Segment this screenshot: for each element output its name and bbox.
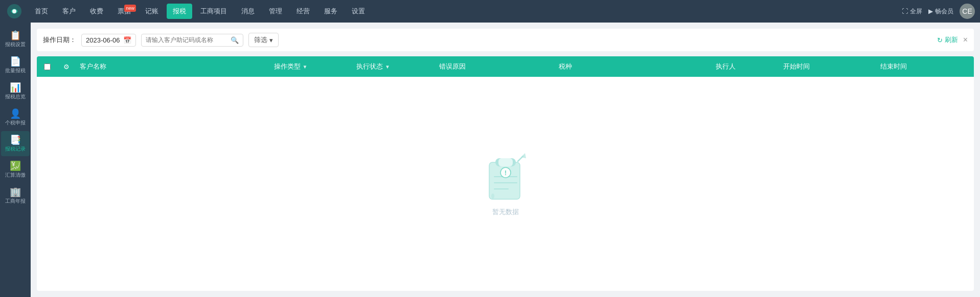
sidebar-label: 报税记录 — [5, 146, 26, 152]
col-endtime-label: 结束时间 — [880, 62, 907, 71]
nav-item-管理[interactable]: 管理 — [263, 4, 288, 19]
empty-state: ! 暂无数据 — [37, 77, 974, 291]
nav-item-首页[interactable]: 首页 — [29, 4, 54, 19]
chevron-down-icon: ▾ — [269, 36, 273, 44]
nav-item-收费[interactable]: 收费 — [84, 4, 109, 19]
sidebar-icon: 📋 — [10, 31, 21, 40]
col-error-reason: 错误原因 — [435, 62, 555, 71]
nav-item-设置[interactable]: 设置 — [346, 4, 371, 19]
sidebar-item-个税申报[interactable]: 👤个税申报 — [1, 105, 30, 130]
sidebar-label: 汇算清缴 — [5, 172, 26, 178]
col-optype-label: 操作类型 — [274, 62, 301, 71]
sidebar-label: 工商年报 — [5, 198, 26, 204]
main-layout: 📋报税设置📄批量报税📊报税总览👤个税申报📑报税记录💹汇算清缴🏢工商年报 操作日期… — [0, 23, 980, 297]
nav-item-服务[interactable]: 服务 — [318, 4, 344, 19]
refresh-icon: ↻ — [937, 36, 943, 44]
header-settings[interactable]: ⚙ — [57, 63, 76, 71]
select-all-checkbox[interactable] — [44, 63, 51, 70]
sidebar-icon: 📄 — [10, 57, 21, 66]
col-tax-type: 税种 — [555, 62, 712, 71]
member-button[interactable]: ▶ 畅会员 — [928, 7, 953, 16]
fullscreen-button[interactable]: ⛶ 全屏 — [902, 7, 922, 16]
nav-item-工商项目[interactable]: 工商项目 — [194, 4, 233, 19]
filter-button[interactable]: 筛选 ▾ — [248, 33, 279, 47]
sidebar-item-汇算清缴[interactable]: 💹汇算清缴 — [1, 157, 30, 182]
nav-item-记账[interactable]: 记账 — [139, 4, 165, 19]
header-checkbox[interactable] — [37, 63, 57, 70]
calendar-icon: 📅 — [123, 36, 131, 44]
sidebar-icon: 📑 — [10, 135, 21, 144]
search-input[interactable] — [146, 36, 229, 44]
table-container: ⚙ 客户名称 操作类型 ▼ 执行状态 ▼ 错误原因 税种 — [37, 56, 974, 291]
col-error-label: 错误原因 — [439, 62, 466, 71]
search-icon: 🔍 — [231, 36, 239, 44]
empty-illustration: ! — [480, 151, 531, 207]
col-start-time: 开始时间 — [779, 62, 877, 71]
sidebar-icon: 👤 — [10, 109, 21, 118]
col-executor-label: 执行人 — [716, 62, 736, 71]
sidebar-item-报税设置[interactable]: 📋报税设置 — [1, 27, 30, 52]
sidebar-item-报税记录[interactable]: 📑报税记录 — [1, 131, 30, 156]
top-navigation: 首页客户收费票据new记账报税工商项目消息管理经营服务设置 ⛶ 全屏 ▶ 畅会员… — [0, 0, 980, 23]
sidebar-label: 报税总览 — [5, 94, 26, 100]
close-button[interactable]: × — [963, 36, 968, 44]
sidebar-icon: 🏢 — [10, 187, 21, 197]
close-icon: × — [963, 35, 968, 44]
date-label: 操作日期： — [43, 35, 76, 45]
sidebar-item-报税总览[interactable]: 📊报税总览 — [1, 79, 30, 104]
empty-text: 暂无数据 — [492, 207, 519, 217]
search-box[interactable]: 🔍 — [141, 34, 243, 47]
toolbar: 操作日期： 2023-06-06 📅 🔍 筛选 ▾ ↻ 刷新 × — [37, 29, 974, 51]
date-input[interactable]: 2023-06-06 📅 — [81, 34, 136, 47]
sidebar-icon: 📊 — [10, 83, 21, 92]
refresh-button[interactable]: ↻ 刷新 — [937, 35, 958, 45]
col-end-time: 结束时间 — [876, 62, 974, 71]
col-status: 执行状态 ▼ — [352, 62, 435, 71]
col-executor: 执行人 — [712, 62, 779, 71]
date-value: 2023-06-06 — [86, 36, 120, 44]
settings-icon: ⚙ — [63, 63, 70, 71]
nav-item-客户[interactable]: 客户 — [56, 4, 82, 19]
filter-label: 筛选 — [254, 35, 267, 45]
svg-point-1 — [12, 9, 16, 13]
table-header: ⚙ 客户名称 操作类型 ▼ 执行状态 ▼ 错误原因 税种 — [37, 56, 974, 77]
sidebar-label: 个税申报 — [5, 120, 26, 126]
sidebar-icon: 💹 — [10, 161, 21, 171]
sidebar-item-工商年报[interactable]: 🏢工商年报 — [1, 183, 30, 208]
svg-point-12 — [491, 194, 494, 199]
col-client-name: 客户名称 — [76, 62, 270, 71]
nav-item-票据[interactable]: 票据new — [111, 4, 137, 19]
sidebar-item-批量报税[interactable]: 📄批量报税 — [1, 53, 30, 78]
svg-text:!: ! — [504, 169, 506, 177]
nav-item-消息[interactable]: 消息 — [235, 4, 261, 19]
avatar-text: CE — [962, 7, 972, 15]
sidebar: 📋报税设置📄批量报税📊报税总览👤个税申报📑报税记录💹汇算清缴🏢工商年报 — [0, 23, 31, 297]
col-starttime-label: 开始时间 — [783, 62, 810, 71]
col-op-type: 操作类型 ▼ — [270, 62, 352, 71]
video-icon: ▶ — [928, 8, 933, 15]
svg-rect-4 — [498, 158, 513, 166]
refresh-label: 刷新 — [945, 35, 958, 45]
nav-item-经营[interactable]: 经营 — [290, 4, 316, 19]
filter-icon-optype: ▼ — [303, 64, 308, 70]
fullscreen-icon: ⛶ — [902, 8, 908, 15]
filter-icon-status: ▼ — [385, 64, 390, 70]
col-taxtype-label: 税种 — [559, 62, 572, 71]
avatar[interactable]: CE — [960, 4, 975, 19]
sidebar-label: 报税设置 — [5, 41, 26, 48]
col-status-label: 执行状态 — [356, 62, 383, 71]
nav-items: 首页客户收费票据new记账报税工商项目消息管理经营服务设置 — [29, 4, 902, 19]
content-area: 操作日期： 2023-06-06 📅 🔍 筛选 ▾ ↻ 刷新 × — [31, 23, 980, 297]
nav-item-报税[interactable]: 报税 — [167, 4, 192, 19]
fullscreen-label: 全屏 — [910, 7, 922, 16]
col-client-label: 客户名称 — [80, 62, 106, 71]
sidebar-label: 批量报税 — [5, 68, 26, 74]
member-label: 畅会员 — [935, 7, 953, 16]
app-logo — [5, 2, 24, 20]
nav-right: ⛶ 全屏 ▶ 畅会员 CE — [902, 4, 975, 19]
